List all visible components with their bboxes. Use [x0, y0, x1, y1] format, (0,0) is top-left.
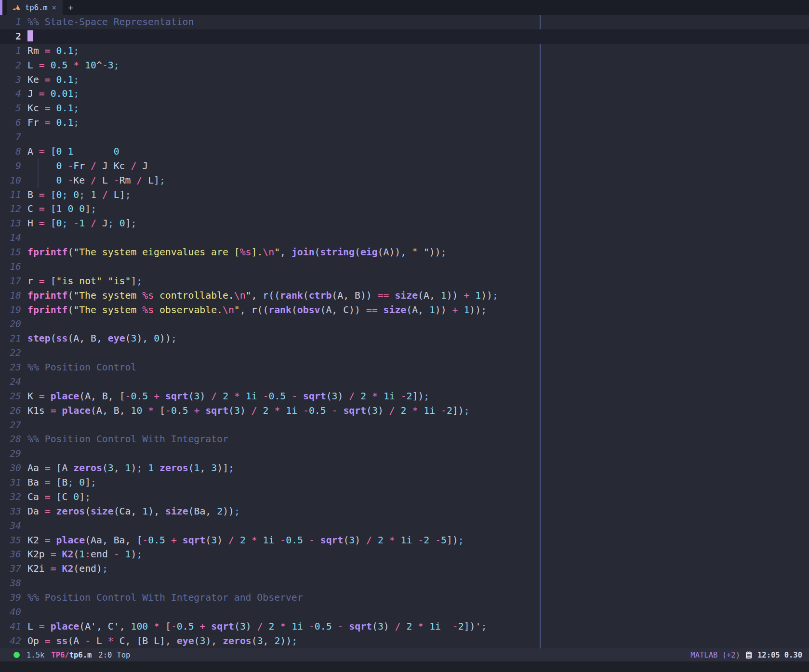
code-line[interactable]: 29	[0, 447, 809, 461]
code-line[interactable]: 26K1s = place(A, B, 10 * [-0.5 + sqrt(3)…	[0, 404, 809, 418]
code-token	[51, 103, 56, 114]
command-line[interactable]	[0, 661, 809, 672]
code-token: (	[188, 506, 194, 517]
code-line[interactable]: 25K = place(A, B, [-0.5 + sqrt(3) / 2 * …	[0, 389, 809, 404]
code-line[interactable]: 7	[0, 130, 809, 145]
code-token	[51, 74, 56, 85]
code-token: ,	[102, 405, 108, 416]
code-token	[45, 189, 51, 200]
code-line[interactable]: 30Aa = [A zeros(3, 1); 1 zeros(1, 3)];	[0, 461, 809, 475]
code-token: ,	[102, 535, 108, 546]
code-line[interactable]: 27	[0, 418, 809, 433]
code-token	[62, 203, 68, 214]
code-line[interactable]: 21step(ss(A, B, eye(3), 0));	[0, 331, 809, 346]
code-token: Fr	[27, 117, 45, 128]
code-token: )	[131, 549, 136, 560]
code-line[interactable]: 13H = [0; -1 / J; 0];	[0, 216, 809, 231]
code-token: C	[62, 491, 74, 502]
code-token: *	[280, 621, 286, 632]
code-token: J	[27, 88, 39, 99]
indent-guide	[38, 159, 39, 173]
code-line[interactable]: 12C = [1 0 0];	[0, 202, 809, 216]
code-token: C	[27, 203, 39, 214]
code-line[interactable]: 2L = 0.5 * 10^-3;	[0, 58, 809, 73]
code-line[interactable]: 10 0 -Ke / L -Rm / L];	[0, 173, 809, 188]
code-text: B = [0; 0; 1 / L];	[27, 189, 131, 200]
code-line[interactable]: 33Da = zeros(size(Ca, 1), size(Ba, 2));	[0, 504, 809, 519]
code-line[interactable]: 11B = [0; 0; 1 / L];	[0, 188, 809, 202]
code-line[interactable]: 2	[0, 29, 809, 44]
line-number: 2	[0, 29, 27, 44]
code-line[interactable]: 1Rm = 0.1;	[0, 44, 809, 58]
code-line[interactable]: 5Kc = 0.1;	[0, 101, 809, 116]
code-token: sqrt	[349, 621, 372, 632]
code-token: ))	[360, 290, 372, 301]
code-token: 3	[108, 60, 114, 71]
code-line[interactable]: 34	[0, 519, 809, 533]
code-token: 0.5	[177, 621, 194, 632]
code-line[interactable]: 6Fr = 0.1;	[0, 116, 809, 130]
code-line[interactable]: 42Op = ss(A - L * C, [B L], eye(3), zero…	[0, 634, 809, 648]
code-line[interactable]: 28%% Position Control With Integrator	[0, 432, 809, 447]
code-line[interactable]: 4J = 0.01;	[0, 87, 809, 101]
code-line[interactable]: 40	[0, 605, 809, 619]
code-token	[45, 203, 51, 214]
code-line[interactable]: 1%% State-Space Representation	[0, 15, 809, 29]
code-token: -	[142, 535, 148, 546]
code-text: L = place(A', C', 100 * [-0.5 + sqrt(3) …	[27, 621, 487, 632]
code-token: 2	[274, 635, 280, 646]
code-line[interactable]: 17r = ["is not" "is"];	[0, 274, 809, 289]
code-token: )	[378, 405, 384, 416]
code-line[interactable]: 38	[0, 576, 809, 591]
code-token: 1i	[429, 621, 441, 632]
code-line[interactable]: 37K2i = K2(end);	[0, 562, 809, 576]
tab-close-icon[interactable]: ×	[52, 3, 56, 12]
code-line[interactable]: 3Ke = 0.1;	[0, 73, 809, 87]
code-token	[131, 535, 136, 546]
code-line[interactable]: 41L = place(A', C', 100 * [-0.5 + sqrt(3…	[0, 619, 809, 634]
code-line[interactable]: 31Ba = [B; 0];	[0, 475, 809, 490]
code-line[interactable]: 23%% Position Control	[0, 360, 809, 375]
code-line[interactable]: 32Ca = [C 0];	[0, 490, 809, 504]
code-text: A = [0 1 0	[27, 146, 119, 157]
code-token: 1i	[246, 391, 257, 402]
code-token: =	[45, 535, 51, 546]
code-line[interactable]: 18fprintf("The system %s controllable.\n…	[0, 289, 809, 303]
code-line[interactable]: 16	[0, 260, 809, 274]
code-line[interactable]: 20	[0, 317, 809, 331]
code-token	[286, 247, 292, 258]
code-line[interactable]: 9 0 -Fr / J Kc / J	[0, 159, 809, 173]
code-line[interactable]: 15fprintf("The system eigenvalues are [%…	[0, 245, 809, 260]
code-token: ;	[292, 635, 297, 646]
code-token: ;	[136, 276, 142, 287]
code-token	[211, 506, 217, 517]
code-line[interactable]: 35K2 = place(Aa, Ba, [-0.5 + sqrt(3) / 2…	[0, 533, 809, 548]
code-token: (	[85, 535, 91, 546]
code-token: /	[136, 175, 142, 186]
code-line[interactable]: 19fprintf("The system %s observable.\n",…	[0, 303, 809, 317]
new-tab-button[interactable]: +	[63, 0, 79, 15]
line-number: 15	[0, 245, 27, 260]
code-token	[240, 391, 246, 402]
code-token: /	[389, 405, 395, 416]
code-token: ;	[464, 405, 470, 416]
code-token	[51, 117, 56, 128]
code-token: )	[338, 391, 344, 402]
load-average: 0.30	[784, 651, 802, 659]
code-line[interactable]: 24	[0, 375, 809, 389]
code-line[interactable]: 22	[0, 346, 809, 360]
code-token: size	[91, 506, 114, 517]
code-line[interactable]: 36K2p = K2(1:end - 1);	[0, 547, 809, 562]
code-line[interactable]: 39%% Position Control With Integrator an…	[0, 591, 809, 605]
code-token: -	[441, 405, 447, 416]
code-token	[79, 60, 85, 71]
tab-tp6[interactable]: tp6.m ×	[7, 0, 63, 15]
line-number: 16	[0, 260, 27, 274]
code-token	[45, 621, 51, 632]
tab-label[interactable]: tp6.m	[25, 3, 48, 12]
code-token: fprintf	[27, 290, 67, 301]
code-token: 0	[56, 175, 62, 186]
code-line[interactable]: 14	[0, 231, 809, 245]
code-token: 2	[447, 405, 452, 416]
code-line[interactable]: 8A = [0 1 0	[0, 145, 809, 159]
